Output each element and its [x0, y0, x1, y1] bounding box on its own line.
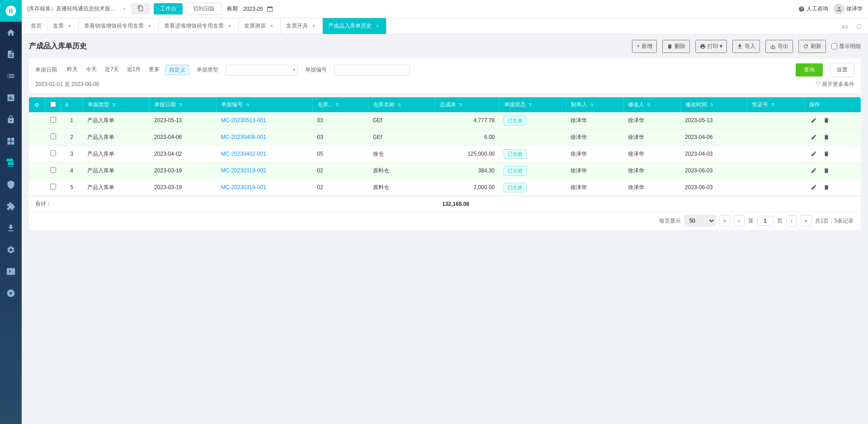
print-button[interactable]: 打印 ▾ — [695, 40, 727, 53]
expand-filter-button[interactable]: ▽ 展开更多条件 — [815, 81, 854, 88]
display-detail-checkbox[interactable] — [831, 43, 837, 49]
th-date[interactable]: 单据日期 ⇅ — [150, 97, 217, 112]
row-checkbox[interactable] — [50, 150, 56, 156]
row-creator: 徐泽华 — [566, 162, 623, 179]
tab-check-purchase-label: 查看进项增值税专用发票 — [164, 22, 224, 30]
th-number[interactable]: 单据编号 ⇅ — [217, 97, 313, 112]
next-page-button[interactable]: › — [786, 215, 797, 226]
page-number-input[interactable] — [757, 216, 774, 226]
delete-row-button[interactable] — [821, 166, 831, 176]
th-modifier[interactable]: 修改人 ⇅ — [623, 97, 681, 112]
tab-minimize-button[interactable]: ▭ — [839, 21, 850, 32]
th-voucher[interactable]: 凭证号 ⇅ — [747, 97, 805, 112]
sidebar-item-api[interactable] — [0, 195, 22, 217]
analysis-icon — [6, 93, 15, 102]
tab-invoice-calc-close[interactable]: × — [269, 23, 275, 29]
tab-invoice-calc[interactable]: 发票测算 × — [239, 18, 281, 34]
sidebar-item-chart[interactable] — [0, 65, 22, 87]
th-status[interactable]: 单据状态 ⇅ — [499, 97, 566, 112]
settings-filter-button[interactable]: 设置 — [830, 63, 854, 77]
date-btn-7days[interactable]: 近7天 — [102, 65, 122, 75]
date-btn-yesterday[interactable]: 昨天 — [64, 65, 80, 75]
date-btn-1month[interactable]: 近1月 — [124, 65, 144, 75]
app-logo[interactable] — [0, 0, 22, 22]
tab-invoice[interactable]: 发票 × — [47, 18, 79, 34]
workbench-button[interactable]: 工作台 — [154, 3, 183, 14]
tab-check-sale-close[interactable]: × — [146, 23, 153, 29]
user-menu[interactable]: 徐泽华 — [834, 4, 863, 14]
edit-button[interactable] — [809, 132, 819, 142]
tab-check-purchase-invoice[interactable]: 查看进项增值税专用发票 × — [159, 18, 239, 34]
row-checkbox[interactable] — [50, 184, 56, 190]
row-number-link[interactable]: MC-20230406-001 — [221, 134, 266, 140]
sidebar-item-inventory[interactable] — [0, 152, 22, 174]
tab-invoice-open-close[interactable]: × — [311, 23, 317, 29]
tab-maximize-button[interactable]: □ — [854, 21, 864, 32]
calendar-icon[interactable] — [267, 6, 273, 12]
edit-button[interactable] — [809, 149, 819, 159]
document-btn[interactable] — [131, 3, 150, 14]
row-number-link[interactable]: MC-20230513-001 — [221, 117, 266, 124]
row-creator: 徐泽华 — [566, 179, 623, 196]
first-page-button[interactable]: « — [719, 215, 730, 226]
edit-button[interactable] — [809, 115, 819, 125]
th-modify-time[interactable]: 修改时间 ⇅ — [680, 97, 747, 112]
tab-invoice-close[interactable]: × — [66, 23, 73, 29]
export-button[interactable]: 导出 — [765, 40, 793, 53]
th-warehouse-name[interactable]: 仓库名称 ⇅ — [368, 97, 435, 112]
row-checkbox[interactable] — [50, 133, 56, 139]
last-page-button[interactable]: » — [801, 215, 811, 226]
row-number-link[interactable]: MC-20230319-001 — [221, 184, 266, 191]
delete-row-button[interactable] — [821, 132, 831, 142]
tab-check-sale-invoice[interactable]: 查看销项增值税专用发票 × — [79, 18, 159, 34]
date-btn-custom[interactable]: 自定义 — [165, 65, 189, 75]
sidebar-item-lock[interactable] — [0, 109, 22, 130]
tab-home[interactable]: 首页 — [25, 18, 47, 34]
edit-button[interactable] — [809, 166, 819, 176]
sidebar-item-download[interactable] — [0, 217, 22, 239]
row-number-link[interactable]: MC-20230402-001 — [221, 151, 266, 157]
date-btn-today[interactable]: 今天 — [83, 65, 99, 75]
th-creator[interactable]: 制单人 ⇅ — [566, 97, 623, 112]
sidebar-item-media[interactable] — [0, 261, 22, 282]
sidebar-item-analysis[interactable] — [0, 87, 22, 109]
delete-button[interactable]: 删除 — [662, 40, 690, 53]
delete-row-button[interactable] — [821, 182, 831, 192]
per-page-select[interactable]: 10 20 50 100 — [684, 215, 716, 226]
sidebar-item-stamp[interactable] — [0, 174, 22, 195]
tab-check-purchase-close[interactable]: × — [226, 23, 233, 29]
sidebar-item-settings[interactable] — [0, 239, 22, 261]
query-button[interactable]: 查询 — [796, 63, 823, 76]
switch-version-button[interactable]: 切到旧版 — [186, 3, 222, 15]
display-detail-toggle[interactable]: 显示明细 — [831, 43, 861, 50]
prev-page-button[interactable]: ‹ — [734, 215, 745, 226]
refresh-button[interactable]: 刷新 — [798, 40, 826, 53]
th-type[interactable]: 单据类型 ⇅ — [83, 97, 150, 112]
row-checkbox[interactable] — [50, 167, 56, 173]
sidebar-item-template[interactable] — [0, 130, 22, 152]
import-button[interactable]: 导入 — [732, 40, 760, 53]
sidebar-item-home[interactable] — [0, 22, 22, 43]
tab-invoice-open[interactable]: 发票开具 × — [281, 18, 323, 34]
select-all-checkbox[interactable] — [50, 101, 56, 107]
row-number-link[interactable]: MC-20230319-002 — [221, 167, 266, 174]
number-input[interactable] — [334, 65, 410, 76]
expand-filter-label: ▽ 展开更多条件 — [815, 81, 854, 88]
date-btn-more[interactable]: 更多 — [146, 65, 162, 75]
sidebar-item-version[interactable] — [0, 282, 22, 304]
type-select[interactable]: 产品入库单 — [226, 65, 298, 76]
delete-row-button[interactable] — [821, 149, 831, 159]
th-settings[interactable]: ⚙ — [29, 97, 45, 112]
support-link[interactable]: 人工咨询 — [798, 5, 828, 13]
edit-button[interactable] — [809, 182, 819, 192]
th-warehouse-code[interactable]: 仓库... ⇅ — [313, 97, 368, 112]
tab-product-warehouse[interactable]: 产成品入库单历史 × — [323, 18, 387, 34]
th-total-cost[interactable]: 总成本 ⇅ — [435, 97, 499, 112]
row-checkbox[interactable] — [50, 117, 56, 123]
new-button[interactable]: + 新增 — [632, 40, 656, 53]
settings-col — [29, 112, 45, 129]
brand-dropdown-icon[interactable] — [121, 6, 127, 12]
tab-product-warehouse-close[interactable]: × — [374, 23, 381, 29]
delete-row-button[interactable] — [821, 115, 831, 125]
sidebar-item-document[interactable] — [0, 43, 22, 65]
